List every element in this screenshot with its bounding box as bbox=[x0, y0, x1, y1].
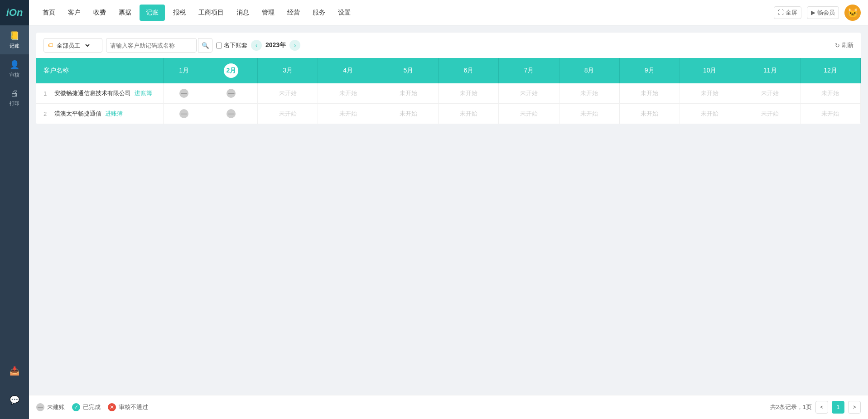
customer-name: 安徽畅捷通信息技术有限公司 bbox=[54, 89, 131, 97]
sidebar-item-support[interactable]: 💬 bbox=[0, 385, 29, 414]
nav-billing[interactable]: 收费 bbox=[87, 0, 112, 25]
month-cell-10: 未开始 bbox=[680, 104, 740, 124]
nav-customer[interactable]: 客户 bbox=[62, 0, 87, 25]
not-built-label: 未建账 bbox=[47, 403, 65, 411]
month-cell-2: — bbox=[205, 104, 257, 124]
nav-service[interactable]: 服务 bbox=[306, 0, 332, 25]
bookkeeping-table: 客户名称 1月 2月 3月 4月 5月 6月 7月 8月 9月 10月 11月 bbox=[36, 58, 861, 124]
col-customer-name: 客户名称 bbox=[36, 58, 163, 83]
main-card: 🏷 全部员工 🔍 名下账套 ‹ 2023年 › bbox=[36, 33, 861, 124]
col-month-6: 6月 bbox=[439, 58, 499, 83]
not-started-label: 未开始 bbox=[761, 90, 779, 96]
search-input[interactable] bbox=[106, 38, 197, 53]
audit-icon: 👤 bbox=[10, 60, 19, 70]
legend-rejected: ✕ 审核不通过 bbox=[108, 403, 148, 411]
fullscreen-button[interactable]: ⛶ 全屏 bbox=[774, 6, 801, 19]
month-cell-12: 未开始 bbox=[800, 83, 860, 104]
sidebar-logo: iOn bbox=[0, 0, 29, 25]
toolbar: 🏷 全部员工 🔍 名下账套 ‹ 2023年 › bbox=[36, 33, 861, 58]
employee-filter-icon: 🏷 bbox=[48, 42, 53, 48]
rejected-icon: ✕ bbox=[108, 403, 116, 411]
not-started-label: 未开始 bbox=[460, 90, 477, 96]
nav-invoice[interactable]: 票据 bbox=[112, 0, 138, 25]
completed-icon: ✓ bbox=[72, 403, 80, 411]
col-month-10: 10月 bbox=[680, 58, 740, 83]
col-month-9: 9月 bbox=[619, 58, 680, 83]
mine-checkbox-label[interactable]: 名下账套 bbox=[216, 41, 247, 49]
sidebar-item-bookkeeping[interactable]: 📒 记账 bbox=[0, 25, 29, 54]
completed-label: 已完成 bbox=[83, 403, 101, 411]
next-year-button[interactable]: › bbox=[289, 40, 300, 51]
legend-not-built: — 未建账 bbox=[36, 403, 65, 411]
month-cell-9: 未开始 bbox=[619, 83, 680, 104]
month-cell-12: 未开始 bbox=[800, 104, 860, 124]
mine-checkbox[interactable] bbox=[216, 43, 222, 48]
table-row: 1 安徽畅捷通信息技术有限公司 进账簿 ——未开始未开始未开始未开始未开始未开始… bbox=[36, 83, 861, 104]
not-started-label: 未开始 bbox=[520, 90, 538, 96]
sidebar-bottom: 📥 💬 bbox=[0, 356, 29, 419]
refresh-icon: ↻ bbox=[835, 42, 840, 49]
topnav-items: 首页 客户 收费 票据 记账 报税 工商项目 消息 管理 经营 服务 设置 bbox=[36, 0, 774, 25]
nav-settings[interactable]: 设置 bbox=[332, 0, 357, 25]
nav-operations[interactable]: 经营 bbox=[281, 0, 306, 25]
year-display: 2023年 bbox=[265, 41, 286, 49]
month-cell-7: 未开始 bbox=[499, 104, 559, 124]
topnav-right: ⛶ 全屏 ▶ 畅会员 🐱 bbox=[774, 5, 861, 21]
not-started-label: 未开始 bbox=[400, 90, 417, 96]
nav-bookkeeping[interactable]: 记账 bbox=[140, 5, 165, 21]
not-started-label: 未开始 bbox=[279, 90, 297, 96]
month-cell-1: — bbox=[163, 104, 205, 124]
not-started-label: 未开始 bbox=[339, 110, 357, 117]
not-started-label: 未开始 bbox=[821, 90, 839, 96]
enter-link[interactable]: 进账簿 bbox=[105, 110, 123, 118]
current-page-button[interactable]: 1 bbox=[832, 401, 844, 414]
row-number: 1 bbox=[43, 90, 51, 97]
pagination: 共2条记录，1页 < 1 > bbox=[770, 401, 861, 414]
month-cell-2: — bbox=[205, 83, 257, 104]
month-cell-9: 未开始 bbox=[619, 104, 680, 124]
not-started-label: 未开始 bbox=[761, 110, 779, 117]
print-icon: 🖨 bbox=[10, 89, 19, 98]
member-button[interactable]: ▶ 畅会员 bbox=[807, 6, 839, 19]
not-started-label: 未开始 bbox=[400, 110, 417, 117]
sidebar-item-label: 记账 bbox=[10, 43, 19, 49]
not-built-icon: — bbox=[36, 403, 44, 411]
next-page-button[interactable]: > bbox=[848, 401, 861, 414]
footer: — 未建账 ✓ 已完成 ✕ 审核不通过 共2条记录，1页 < 1 > bbox=[29, 395, 868, 419]
nav-tax[interactable]: 报税 bbox=[167, 0, 192, 25]
nav-message[interactable]: 消息 bbox=[230, 0, 256, 25]
sidebar-item-print[interactable]: 🖨 打印 bbox=[0, 83, 29, 112]
support-icon: 💬 bbox=[10, 395, 19, 405]
month-cell-5: 未开始 bbox=[378, 83, 439, 104]
employee-select[interactable]: 全部员工 bbox=[55, 42, 91, 49]
month-cell-4: 未开始 bbox=[318, 83, 378, 104]
nav-business[interactable]: 工商项目 bbox=[192, 0, 230, 25]
month-cell-3: 未开始 bbox=[258, 83, 318, 104]
table-container: 客户名称 1月 2月 3月 4月 5月 6月 7月 8月 9月 10月 11月 bbox=[36, 58, 861, 124]
enter-link[interactable]: 进账簿 bbox=[135, 89, 152, 97]
col-month-11: 11月 bbox=[740, 58, 800, 83]
customer-name-cell: 2 漠澳太平畅捷通信 进账簿 bbox=[36, 104, 163, 124]
nav-home[interactable]: 首页 bbox=[36, 0, 62, 25]
avatar[interactable]: 🐱 bbox=[844, 5, 861, 21]
month-cell-11: 未开始 bbox=[740, 83, 800, 104]
nav-management[interactable]: 管理 bbox=[256, 0, 281, 25]
not-started-label: 未开始 bbox=[580, 90, 598, 96]
sidebar: iOn 📒 记账 👤 审核 🖨 打印 📥 💬 bbox=[0, 0, 29, 419]
main-content: 首页 客户 收费 票据 记账 报税 工商项目 消息 管理 经营 服务 设置 ⛶ … bbox=[29, 0, 868, 419]
month-cell-7: 未开始 bbox=[499, 83, 559, 104]
employee-filter[interactable]: 🏷 全部员工 bbox=[43, 38, 102, 53]
not-started-label: 未开始 bbox=[641, 90, 658, 96]
refresh-button[interactable]: ↻ 刷新 bbox=[835, 41, 854, 49]
sidebar-item-audit[interactable]: 👤 审核 bbox=[0, 54, 29, 83]
sidebar-item-download[interactable]: 📥 bbox=[0, 356, 29, 385]
search-button[interactable]: 🔍 bbox=[198, 38, 212, 53]
download-icon: 📥 bbox=[10, 366, 19, 376]
prev-year-button[interactable]: ‹ bbox=[251, 40, 262, 51]
sidebar-item-label: 审核 bbox=[10, 72, 19, 78]
not-started-label: 未开始 bbox=[279, 110, 297, 117]
not-started-label: 未开始 bbox=[339, 90, 357, 96]
customer-name: 漠澳太平畅捷通信 bbox=[54, 110, 101, 118]
status-circle: — bbox=[227, 89, 236, 98]
prev-page-button[interactable]: < bbox=[815, 401, 828, 414]
